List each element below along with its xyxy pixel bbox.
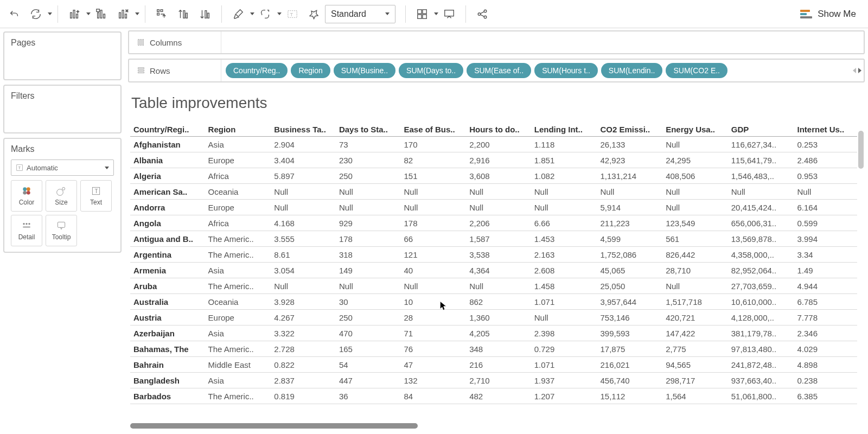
row-region: The Americ.. <box>205 341 271 357</box>
share-button[interactable] <box>474 5 491 23</box>
row-measure: 2.728 <box>271 341 336 357</box>
table-row[interactable]: AustriaEurope4.267250281,360Null753,1464… <box>130 310 857 326</box>
rows-pills[interactable]: Country/Reg..RegionSUM(Busine..SUM(Days … <box>221 63 851 78</box>
table-row[interactable]: AzerbaijanAsia3.322470714,2052.398399,59… <box>130 326 857 341</box>
row-measure: 216,021 <box>597 357 662 373</box>
column-header[interactable]: GDP <box>728 123 794 137</box>
columns-shelf[interactable]: Columns <box>128 30 865 54</box>
table-row[interactable]: AfghanistanAsia2.904731702,2001.11826,13… <box>130 137 857 152</box>
data-table[interactable]: Country/Regi..RegionBusiness Ta..Days to… <box>130 123 857 420</box>
row-measure: 76 <box>401 341 467 357</box>
row-region: The Americ.. <box>205 388 271 404</box>
field-pill[interactable]: SUM(Lendin.. <box>601 63 663 78</box>
pages-shelf[interactable]: Pages <box>3 31 122 80</box>
show-me-button[interactable]: Show Me <box>800 9 856 20</box>
tooltip-icon <box>56 220 67 231</box>
field-pill[interactable]: SUM(Ease of.. <box>467 63 531 78</box>
sheet-title[interactable]: Table improvements <box>128 91 865 119</box>
column-header[interactable]: Country/Regi.. <box>130 123 205 137</box>
refresh-button[interactable] <box>25 5 52 23</box>
duplicate-sheet-button[interactable] <box>93 5 110 23</box>
pin-button[interactable] <box>305 5 323 23</box>
row-measure: 2.163 <box>531 247 597 263</box>
field-pill[interactable]: SUM(Days to.. <box>399 63 463 78</box>
table-row[interactable]: AngolaAfrica4.1689291782,2066.66211,2231… <box>130 215 857 231</box>
table-row[interactable]: ArgentinaThe Americ..8.613181213,5382.16… <box>130 247 857 263</box>
svg-point-30 <box>27 187 30 191</box>
table-row[interactable]: AlbaniaEurope3.404230822,9161.85142,9232… <box>130 152 857 168</box>
table-row[interactable]: AndorraEuropeNullNullNullNullNull5,914Nu… <box>130 200 857 215</box>
marks-tooltip-button[interactable]: Tooltip <box>46 215 77 246</box>
svg-rect-47 <box>138 72 144 73</box>
field-pill[interactable]: SUM(Hours t.. <box>534 63 598 78</box>
svg-rect-22 <box>423 14 426 18</box>
column-header[interactable]: Days to Sta.. <box>336 123 401 137</box>
svg-rect-41 <box>58 222 65 227</box>
vertical-scrollbar[interactable] <box>858 131 865 434</box>
table-row[interactable]: Antigua and B..The Americ..3.555178661,5… <box>130 231 857 247</box>
table-row[interactable]: BahrainMiddle East0.82254472161.071216,0… <box>130 357 857 373</box>
table-row[interactable]: AlgeriaAfrica5.8972501513,6081.0821,131,… <box>130 168 857 184</box>
row-measure: 937,663,40.. <box>728 373 794 388</box>
filters-shelf[interactable]: Filters <box>3 85 122 133</box>
swap-button[interactable] <box>153 5 170 23</box>
table-row[interactable]: ArubaThe Americ..NullNullNullNull1.45825… <box>130 278 857 294</box>
sort-desc-button[interactable] <box>196 5 214 23</box>
fit-select[interactable]: Standard <box>325 5 395 23</box>
row-measure: 4.267 <box>271 310 336 326</box>
column-header[interactable]: Energy Usa.. <box>662 123 728 137</box>
svg-rect-3 <box>98 12 99 18</box>
marks-detail-button[interactable]: Detail <box>11 215 42 246</box>
table-row[interactable]: BarbadosThe Americ..0.81936844821.20715,… <box>130 388 857 404</box>
group-button[interactable] <box>254 5 282 23</box>
column-header[interactable]: Hours to do.. <box>466 123 531 137</box>
column-header[interactable]: Region <box>205 123 271 137</box>
table-row[interactable]: BangladeshAsia2.8374471322,7101.937456,7… <box>130 373 857 388</box>
marks-text-button[interactable]: T Text <box>80 180 112 212</box>
column-header[interactable]: Business Ta.. <box>271 123 336 137</box>
row-measure: 2,775 <box>662 341 728 357</box>
row-measure: 470 <box>336 326 401 341</box>
row-measure: 216 <box>466 357 531 373</box>
field-pill[interactable]: Region <box>291 63 330 78</box>
field-pill[interactable]: SUM(CO2 E.. <box>666 63 727 78</box>
marks-type-select[interactable]: T Automatic <box>11 159 114 176</box>
row-region: The Americ.. <box>205 247 271 263</box>
row-measure: 2.398 <box>531 326 597 341</box>
row-measure: 42,923 <box>597 152 662 168</box>
dashboard-button[interactable] <box>411 5 438 23</box>
row-measure: Null <box>531 184 597 200</box>
labels-button[interactable]: T <box>284 5 301 23</box>
field-pill[interactable]: Country/Reg.. <box>226 63 288 78</box>
highlight-button[interactable] <box>227 5 254 23</box>
table-row[interactable]: ArmeniaAsia3.054149404,3642.60845,06528,… <box>130 263 857 278</box>
column-header[interactable]: CO2 Emissi.. <box>597 123 662 137</box>
horizontal-scrollbar[interactable] <box>130 423 856 430</box>
row-measure: 4.029 <box>794 341 858 357</box>
column-header[interactable]: Internet Us.. <box>794 123 858 137</box>
table-row[interactable]: AustraliaOceania3.92830108621.0713,957,6… <box>130 294 857 310</box>
column-header[interactable]: Lending Int.. <box>531 123 597 137</box>
row-measure: 929 <box>336 215 401 231</box>
rows-shelf[interactable]: Rows Country/Reg..RegionSUM(Busine..SUM(… <box>128 59 865 82</box>
sort-asc-button[interactable] <box>175 5 192 23</box>
shelf-scroll[interactable] <box>851 68 864 73</box>
clear-sheet-button[interactable] <box>112 5 139 23</box>
row-measure: 753,146 <box>597 310 662 326</box>
presentation-button[interactable] <box>441 5 458 23</box>
marks-size-button[interactable]: Size <box>46 180 77 212</box>
size-icon <box>56 186 67 196</box>
table-row[interactable]: American Sa..OceaniaNullNullNullNullNull… <box>130 184 857 200</box>
new-worksheet-button[interactable] <box>63 5 91 23</box>
undo-button[interactable] <box>5 5 23 23</box>
row-measure: 10 <box>401 294 467 310</box>
row-measure: Null <box>662 278 728 294</box>
row-measure: 3,538 <box>466 247 531 263</box>
row-measure: 54 <box>336 357 401 373</box>
table-row[interactable]: Bahamas, TheThe Americ..2.728165763480.7… <box>130 341 857 357</box>
field-pill[interactable]: SUM(Busine.. <box>334 63 395 78</box>
row-dimension: Albania <box>130 152 205 168</box>
column-header[interactable]: Ease of Bus.. <box>401 123 467 137</box>
row-measure: 147,422 <box>662 326 728 341</box>
marks-color-button[interactable]: Color <box>11 180 42 212</box>
